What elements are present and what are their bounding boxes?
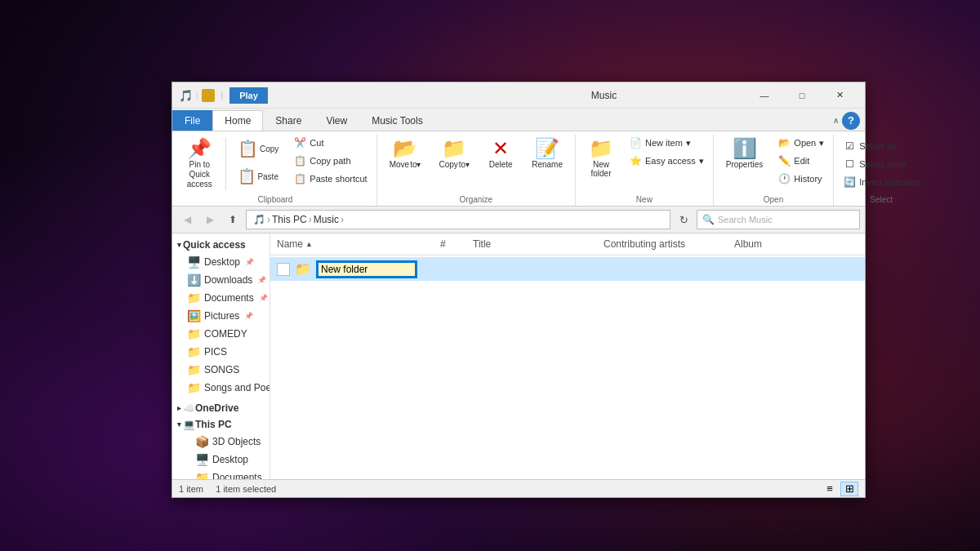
- sidebar-label-songs: SONGS: [204, 364, 239, 375]
- rename-input[interactable]: [318, 262, 416, 277]
- copy-path-button[interactable]: 📋 Copy path: [289, 153, 371, 169]
- file-album-cell: [728, 268, 826, 271]
- new-folder-label: Newfolder: [590, 160, 611, 178]
- new-item-button[interactable]: 📄 New item ▾: [625, 135, 708, 151]
- documents-icon: 📁: [187, 291, 201, 304]
- invert-selection-button[interactable]: 🔄 Invert selection: [839, 174, 924, 190]
- new-folder-button[interactable]: 📁 Newfolder: [581, 135, 621, 182]
- easy-access-chevron: ▾: [699, 156, 704, 167]
- sidebar-label-documents: Documents: [204, 292, 254, 304]
- details-view-button[interactable]: ≡: [821, 482, 839, 496]
- select-all-button[interactable]: ☑ Select all: [839, 138, 900, 154]
- properties-icon: ℹ️: [733, 139, 757, 158]
- rename-button[interactable]: 📝 Rename: [524, 135, 570, 173]
- tab-view[interactable]: View: [314, 110, 359, 131]
- pin-icon: 📌: [187, 139, 212, 158]
- sidebar-item-desktop[interactable]: 🖥️ Desktop: [172, 253, 270, 271]
- sidebar-item-desktop-pc[interactable]: 🖥️ Desktop: [180, 451, 270, 469]
- delete-button[interactable]: ✕ Delete: [480, 135, 521, 173]
- chevron-icon: ▾: [177, 241, 181, 249]
- copy-to-label-1: Copy: [439, 160, 457, 169]
- paste-shortcut-button[interactable]: 📋 Paste shortcut: [289, 171, 371, 187]
- songs-poems-icon: 📁: [187, 381, 201, 394]
- paste-shortcut-label: Paste shortcut: [310, 174, 367, 184]
- copy-to-button[interactable]: 📁 Copy to▾: [431, 135, 477, 173]
- this-pc-icon: 💻: [183, 419, 195, 430]
- col-header-album[interactable]: Album: [728, 237, 826, 251]
- new-buttons: 📁 Newfolder 📄 New item ▾ ⭐ Easy access ▾: [581, 135, 708, 193]
- pin-to-quick-button[interactable]: 📌 Pin to Quick access: [179, 135, 220, 193]
- back-button[interactable]: ◀: [177, 210, 197, 229]
- forward-button[interactable]: ▶: [200, 210, 220, 229]
- sidebar-item-pics[interactable]: 📁 PICS: [172, 343, 270, 361]
- copy-button[interactable]: 📋 Copy: [230, 135, 286, 162]
- properties-label: Properties: [726, 160, 764, 169]
- onedrive-icon: ☁️: [183, 402, 195, 414]
- minimize-button[interactable]: —: [746, 82, 783, 109]
- file-explorer-window: 🎵 | | Play Music — □ ✕ File Home Share V…: [172, 82, 866, 498]
- file-title-cell: [466, 268, 597, 271]
- up-button[interactable]: ⬆: [223, 210, 243, 229]
- paste-button[interactable]: 📋 Paste: [230, 163, 286, 189]
- sidebar-item-songs[interactable]: 📁 SONGS: [172, 361, 270, 379]
- quick-access-header[interactable]: ▾ Quick access: [172, 237, 270, 253]
- open-button[interactable]: 📂 Open ▾: [773, 135, 828, 151]
- this-pc-header[interactable]: ▾ 💻 This PC: [172, 416, 270, 433]
- help-button[interactable]: ?: [842, 112, 860, 130]
- sidebar: ▾ Quick access 🖥️ Desktop ⬇️ Downloads 📁…: [172, 233, 270, 479]
- quick-access-label: Quick access: [183, 239, 246, 251]
- sidebar-item-songs-poems[interactable]: 📁 Songs and Poems: [172, 379, 270, 397]
- clipboard-label: Clipboard: [179, 195, 372, 204]
- sidebar-item-documents[interactable]: 📁 Documents: [172, 289, 270, 307]
- col-header-title[interactable]: Title: [466, 237, 597, 251]
- col-header-artist[interactable]: Contributing artists: [597, 237, 728, 251]
- tab-file[interactable]: File: [172, 110, 212, 131]
- status-bar: 1 item 1 item selected ≡ ⊞: [172, 479, 865, 497]
- col-header-num[interactable]: #: [434, 237, 466, 251]
- open-edit-group: 📂 Open ▾ ✏️ Edit 🕐 History: [773, 135, 828, 187]
- copy-path-icon: 📋: [293, 155, 306, 167]
- maximize-button[interactable]: □: [783, 82, 821, 109]
- move-to-button[interactable]: 📂 Move to▾: [382, 135, 429, 173]
- easy-access-label: Easy access: [645, 156, 696, 166]
- tab-music-tools[interactable]: Music Tools: [359, 110, 434, 131]
- copy-to-label-2: to▾: [459, 160, 470, 169]
- tab-share[interactable]: Share: [263, 110, 314, 131]
- col-header-name[interactable]: Name ▲: [270, 237, 434, 251]
- refresh-button[interactable]: ↻: [674, 210, 693, 229]
- easy-access-button[interactable]: ⭐ Easy access ▾: [625, 153, 708, 169]
- cut-button[interactable]: ✂️ Cut: [289, 135, 371, 151]
- col-artist-text: Contributing artists: [604, 238, 685, 250]
- qa-folder-icon: [202, 89, 215, 102]
- close-button[interactable]: ✕: [821, 82, 858, 109]
- checkbox-icon[interactable]: [277, 263, 290, 276]
- search-box[interactable]: 🔍 Search Music: [697, 210, 860, 229]
- properties-button[interactable]: ℹ️ Properties: [719, 135, 771, 173]
- item-count: 1 item 1 item selected: [179, 484, 276, 494]
- address-path[interactable]: 🎵 › This PC › Music ›: [246, 210, 670, 229]
- onedrive-header[interactable]: ▸ ☁️ OneDrive: [172, 400, 270, 416]
- sidebar-item-pictures[interactable]: 🖼️ Pictures: [172, 307, 270, 325]
- tab-home[interactable]: Home: [212, 110, 263, 131]
- address-bar: ◀ ▶ ⬆ 🎵 › This PC › Music › ↻ 🔍 Search M…: [172, 207, 865, 233]
- this-pc-items: 📦 3D Objects 🖥️ Desktop 📁 Documents ⬇️ D…: [172, 433, 270, 479]
- play-tab-active[interactable]: Play: [229, 87, 268, 104]
- new-item-icon: 📄: [629, 137, 642, 149]
- select-none-icon: ☐: [843, 158, 856, 170]
- sidebar-item-comedy[interactable]: 📁 COMEDY: [172, 325, 270, 343]
- move-icon: 📂: [393, 139, 417, 158]
- sidebar-item-3dobjects[interactable]: 📦 3D Objects: [180, 433, 270, 451]
- organize-label: Organize: [382, 195, 570, 204]
- ribbon-collapse-btn[interactable]: ∧: [833, 116, 839, 125]
- edit-button[interactable]: ✏️ Edit: [773, 153, 828, 169]
- select-none-button[interactable]: ☐ Select none: [839, 156, 911, 172]
- large-icons-button[interactable]: ⊞: [840, 482, 858, 496]
- sep2: ›: [309, 214, 312, 225]
- copy-label: Copy: [260, 144, 278, 153]
- onedrive-chevron: ▸: [177, 404, 181, 412]
- history-button[interactable]: 🕐 History: [773, 171, 828, 187]
- sidebar-item-downloads[interactable]: ⬇️ Downloads: [172, 271, 270, 289]
- title-bar: 🎵 | | Play Music — □ ✕: [172, 82, 865, 109]
- sidebar-item-documents-pc[interactable]: 📁 Documents: [180, 469, 270, 479]
- table-row[interactable]: 📁: [270, 257, 865, 281]
